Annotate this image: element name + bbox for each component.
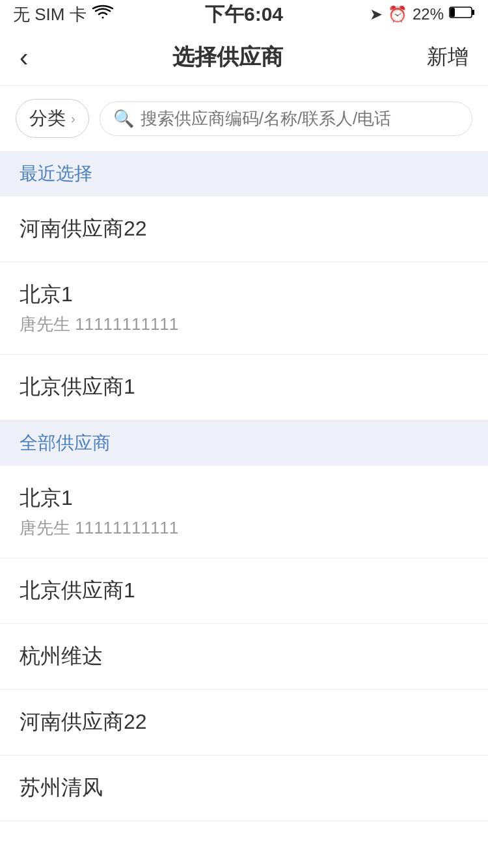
page-title: 选择供应商 — [172, 42, 283, 72]
list-item[interactable]: 河南供应商22 — [0, 197, 488, 262]
search-icon: 🔍 — [113, 109, 134, 129]
item-name: 北京供应商1 — [20, 576, 468, 605]
supplier-list: 最近选择河南供应商22北京1唐先生 11111111111北京供应商1全部供应商… — [0, 151, 488, 821]
list-item[interactable]: 河南供应商22 — [0, 690, 488, 755]
filter-bar: 分类 › 🔍 — [0, 86, 488, 151]
category-button[interactable]: 分类 › — [16, 99, 89, 138]
item-name: 北京1 — [20, 280, 468, 309]
item-name: 北京1 — [20, 484, 468, 513]
list-item[interactable]: 苏州清风 — [0, 755, 488, 821]
item-name: 河南供应商22 — [20, 215, 468, 243]
status-left: 无 SIM 卡 — [13, 3, 114, 26]
category-label: 分类 — [29, 106, 66, 131]
item-name: 苏州清风 — [20, 774, 468, 802]
alarm-icon: ⏰ — [388, 5, 407, 23]
chevron-right-icon: › — [71, 111, 75, 126]
item-contact: 唐先生 11111111111 — [20, 517, 468, 539]
list-item[interactable]: 北京1唐先生 11111111111 — [0, 466, 488, 558]
add-button[interactable]: 新增 — [427, 43, 468, 72]
location-icon: ➤ — [370, 5, 383, 23]
battery-text: 22% — [413, 5, 444, 23]
list-item[interactable]: 杭州维达 — [0, 624, 488, 690]
svg-rect-1 — [472, 10, 474, 15]
section-header-all: 全部供应商 — [0, 420, 488, 466]
carrier-text: 无 SIM 卡 — [13, 3, 87, 26]
status-time: 下午6:04 — [205, 1, 283, 28]
status-right: ➤ ⏰ 22% — [370, 5, 475, 23]
search-box[interactable]: 🔍 — [100, 102, 472, 136]
section-header-recent: 最近选择 — [0, 151, 488, 197]
item-name: 北京供应商1 — [20, 373, 468, 401]
svg-rect-2 — [450, 8, 455, 17]
item-contact: 唐先生 11111111111 — [20, 313, 468, 336]
item-name: 河南供应商22 — [20, 708, 468, 737]
list-item[interactable]: 北京1唐先生 11111111111 — [0, 262, 488, 355]
nav-bar: ‹ 选择供应商 新增 — [0, 29, 488, 86]
list-item[interactable]: 北京供应商1 — [0, 355, 488, 420]
back-button[interactable]: ‹ — [20, 44, 28, 70]
item-name: 杭州维达 — [20, 642, 468, 671]
battery-icon — [449, 5, 475, 23]
status-bar: 无 SIM 卡 下午6:04 ➤ ⏰ 22% — [0, 0, 488, 29]
list-item[interactable]: 北京供应商1 — [0, 558, 488, 624]
search-input[interactable] — [141, 109, 459, 129]
wifi-icon — [92, 5, 114, 25]
